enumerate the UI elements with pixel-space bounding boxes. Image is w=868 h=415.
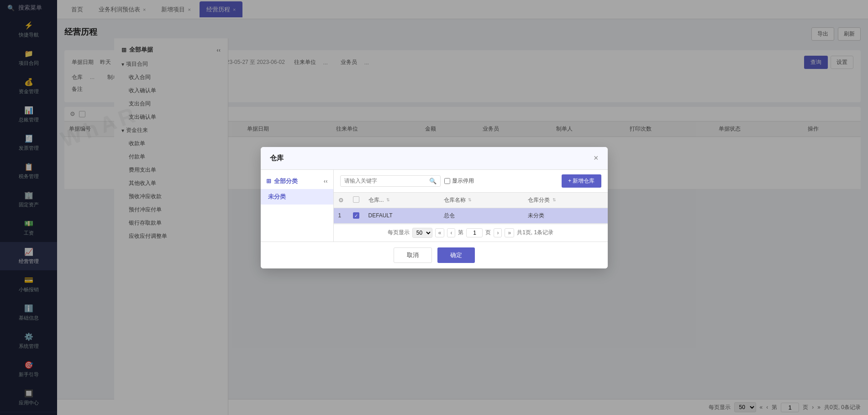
modal-page-size-label: 每页显示 <box>388 229 410 236</box>
show-disabled-checkbox[interactable] <box>444 178 450 184</box>
grid-icon-modal: ⊞ <box>266 178 271 184</box>
modal-add-warehouse-button[interactable]: + 新增仓库 <box>562 174 601 188</box>
modal-col-name[interactable]: 仓库名称 ⇅ <box>439 193 523 208</box>
show-disabled-text: 显示停用 <box>452 177 474 185</box>
app-container: 🔍 搜索菜单 ⚡ 快捷导航 📁 项目合同 💰 资金管理 📊 总账管理 🧾 发票管… <box>0 0 868 415</box>
modal-pagination-next[interactable]: › <box>494 228 502 237</box>
modal-pagination-first[interactable]: « <box>435 228 445 237</box>
modal-page-input[interactable] <box>466 228 483 237</box>
modal-pagination: 每页显示 50 « ‹ 第 页 › » 共1页, 1条记录 <box>334 224 608 242</box>
modal-table: ⚙ 仓库... ⇅ <box>334 193 608 224</box>
modal-footer: 取消 确定 <box>261 242 608 268</box>
modal-col-category[interactable]: 仓库分类 ⇅ <box>523 193 607 208</box>
modal-page-size-select[interactable]: 50 <box>412 228 432 238</box>
modal-left-item-unclassified[interactable]: 未分类 <box>261 189 333 205</box>
modal-row-checkbox[interactable]: ✓ <box>348 208 364 223</box>
modal-col-category-sort: ⇅ <box>552 198 556 202</box>
show-disabled-label[interactable]: 显示停用 <box>444 177 474 185</box>
modal-row-id: 1 <box>334 208 348 223</box>
modal-header: 仓库 × <box>261 147 608 170</box>
modal-pagination-prev[interactable]: ‹ <box>447 228 455 237</box>
modal-row-category: 未分类 <box>523 208 607 223</box>
modal-table-row-1[interactable]: 1 ✓ DEFAULT 总仓 未分类 <box>334 208 608 223</box>
modal-cancel-button[interactable]: 取消 <box>394 247 432 263</box>
modal-col-code-label: 仓库... <box>368 197 384 203</box>
modal-col-code[interactable]: 仓库... ⇅ <box>364 193 440 208</box>
modal-warehouse: 仓库 × ⊞ 全部分类 ‹‹ 未分类 <box>261 147 608 268</box>
modal-search-icon: 🔍 <box>429 178 437 184</box>
modal-col-code-sort: ⇅ <box>386 198 390 202</box>
modal-left-collapse-icon[interactable]: ‹‹ <box>324 178 328 184</box>
modal-col-gear: ⚙ <box>334 193 348 208</box>
modal-table-wrap: ⚙ 仓库... ⇅ <box>334 193 608 224</box>
modal-pagination-last[interactable]: » <box>505 228 514 237</box>
modal-total-text: 共1页, 1条记录 <box>517 229 553 236</box>
modal-title: 仓库 <box>270 154 284 163</box>
modal-toolbar: 🔍 显示停用 + 新增仓库 <box>334 170 608 193</box>
modal-col-category-label: 仓库分类 <box>528 197 550 203</box>
modal-col-checkbox <box>348 193 364 208</box>
modal-left-panel: ⊞ 全部分类 ‹‹ 未分类 <box>261 170 334 242</box>
modal-row-select-checkbox[interactable]: ✓ <box>353 212 359 219</box>
modal-right-panel: 🔍 显示停用 + 新增仓库 <box>334 170 608 242</box>
modal-col-gear-icon[interactable]: ⚙ <box>338 197 344 204</box>
modal-page-label: 页 <box>485 229 491 236</box>
modal-left-header[interactable]: ⊞ 全部分类 ‹‹ <box>261 173 333 189</box>
modal-search-input[interactable] <box>344 178 426 184</box>
modal-body: ⊞ 全部分类 ‹‹ 未分类 🔍 <box>261 170 608 242</box>
modal-close-button[interactable]: × <box>594 153 599 163</box>
modal-overlay[interactable]: 仓库 × ⊞ 全部分类 ‹‹ 未分类 <box>0 0 868 415</box>
modal-confirm-button[interactable]: 确定 <box>437 247 475 263</box>
modal-col-name-label: 仓库名称 <box>444 197 466 203</box>
modal-search: 🔍 <box>340 175 441 187</box>
modal-page-prefix: 第 <box>458 229 463 236</box>
modal-col-name-sort: ⇅ <box>468 198 472 202</box>
modal-row-name: 总仓 <box>439 208 523 223</box>
modal-select-all[interactable] <box>353 196 359 203</box>
modal-row-code: DEFAULT <box>364 208 440 223</box>
modal-left-header-label: 全部分类 <box>274 177 298 185</box>
